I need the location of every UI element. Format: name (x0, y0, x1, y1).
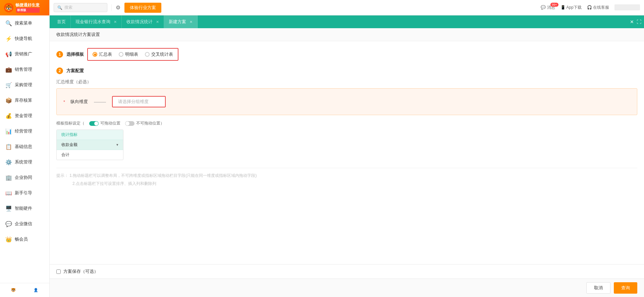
radio-summary[interactable]: 汇总表 (93, 51, 112, 57)
sidebar-item-label: 智能硬件 (15, 205, 32, 211)
sidebar-item-enterprise[interactable]: 🏢 企业协同 (0, 170, 49, 185)
radio-cross-circle (145, 52, 150, 57)
sidebar-item-label: 基础信息 (15, 144, 32, 150)
template-radio-group: 汇总表 明细表 交叉统计表 (87, 48, 178, 61)
tab-cash-bank-label: 现金银行流水查询 (75, 19, 110, 25)
sidebar-item-inventory[interactable]: 📦 库存核算 (0, 93, 49, 108)
movable-label: 可拖动位置 (100, 120, 120, 126)
metrics-sub-label: 合计 (61, 152, 69, 157)
sidebar-item-label: 快捷导航 (15, 36, 32, 42)
user-info[interactable] (614, 5, 640, 10)
dimension-config-label: 汇总维度（必选） (56, 79, 637, 85)
hint-line-1: 提示： 1.拖动标题栏可以调整布局，不可跨维度或指标区域拖动栏目字段(只能在同一… (56, 171, 637, 180)
guide-icon: 📖 (5, 190, 12, 196)
enterprise-icon: 🏢 (5, 175, 12, 181)
sidebar-item-basic-info[interactable]: 📋 基础信息 (0, 139, 49, 154)
sidebar-item-search[interactable]: 🔍 搜索菜单 (0, 15, 49, 31)
radio-cross[interactable]: 交叉统计表 (145, 51, 173, 57)
sidebar-item-sales[interactable]: 💼 销售管理 (0, 62, 49, 77)
tab-receipt-stats-close[interactable]: ✕ (156, 20, 159, 24)
dim-selector[interactable]: 请选择分组维度 (112, 96, 166, 107)
sidebar-item-label: 经营管理 (15, 128, 32, 134)
sidebar-item-management[interactable]: 📊 经营管理 (0, 123, 49, 139)
sales-icon: 💼 (5, 66, 12, 73)
message-badge: 99+ (550, 3, 558, 7)
cancel-button[interactable]: 取消 (586, 282, 610, 294)
topbar-search[interactable]: 🔍 搜索 (54, 3, 107, 12)
metrics-header: 模板指标设定（ 可拖动位置 不可拖动位置） (56, 120, 637, 126)
settings-icon[interactable]: ⚙ (116, 4, 120, 11)
sidebar-item-hardware[interactable]: 🖥️ 智能硬件 (0, 201, 49, 216)
sidebar-item-label: 营销推广 (15, 51, 32, 57)
tab-new-plan[interactable]: 新建方案 ✕ (164, 15, 198, 28)
sidebar-item-marketing[interactable]: 📢 营销推广 (0, 46, 49, 62)
user-name (614, 4, 640, 10)
chevron-down-icon: ▾ (116, 143, 118, 147)
metrics-setting-label: 模板指标设定（ (56, 120, 85, 126)
sidebar-item-purchase[interactable]: 🛒 采购管理 (0, 77, 49, 93)
step1-section: 1 选择模板 汇总表 明细表 (56, 48, 637, 61)
sidebar-item-quick[interactable]: ⚡ 快捷导航 (0, 31, 49, 46)
panel-title: 收款情况统计方案设置 (50, 28, 644, 41)
tab-new-plan-label: 新建方案 (169, 19, 186, 25)
sidebar-item-label: 企业协同 (15, 175, 32, 181)
divider (111, 4, 112, 11)
quick-nav-icon: ⚡ (5, 36, 12, 42)
member-icon: 👑 (5, 236, 12, 243)
sidebar-footer-right[interactable]: 👤 (25, 286, 47, 294)
sidebar-item-wechat[interactable]: 💬 企业微信 (0, 216, 49, 232)
sidebar-item-label: 采购管理 (15, 82, 32, 88)
radio-detail-label: 明细表 (125, 51, 138, 57)
tab-receipt-stats[interactable]: 收款情况统计 ✕ (122, 15, 164, 28)
footer-save-area: 方案保存（可选） (50, 264, 644, 279)
tab-new-plan-close[interactable]: ✕ (190, 20, 193, 24)
service-label: 在线客服 (593, 5, 609, 10)
management-icon: 📊 (5, 128, 12, 135)
step2-title: 方案配置 (66, 68, 84, 74)
sidebar-footer-left[interactable]: 🐯 (3, 286, 24, 294)
system-icon: ⚙️ (5, 159, 12, 165)
hardware-icon: 🖥️ (5, 205, 12, 212)
sidebar-item-label: 销售管理 (15, 66, 32, 72)
step2-header: 2 方案配置 (56, 67, 637, 74)
industry-btn[interactable]: 体验行业方案 (124, 3, 161, 13)
finance-icon: 💰 (5, 113, 12, 119)
tab-expand-icon[interactable]: ⛶ (637, 19, 641, 24)
movable-indicator-on (89, 121, 99, 126)
sidebar-item-guide[interactable]: 📖 新手引导 (0, 185, 49, 201)
step2-badge: 2 (56, 67, 63, 74)
step1-header: 1 选择模板 汇总表 明细表 (56, 48, 637, 61)
tab-close-all-icon[interactable]: ✕ (630, 19, 634, 24)
search-icon: 🔍 (57, 5, 62, 10)
metrics-item-row[interactable]: 收款金额 ▾ (57, 140, 123, 150)
movable-indicator-off (125, 121, 135, 126)
logo-text: 畅捷通好生意 (15, 3, 40, 7)
search-icon: 🔍 (5, 20, 12, 27)
app-download-btn[interactable]: 📱 App下载 (560, 5, 582, 10)
sidebar-footer: 🐯 👤 (0, 283, 49, 297)
immovable-label: 不可拖动位置） (136, 120, 164, 126)
edition-badge: 标准版 (16, 8, 40, 13)
tab-home[interactable]: 首页 (52, 15, 71, 28)
hint-line-2: 2.点击标题栏下拉可设置排序、插入列和删除列 (56, 180, 637, 188)
sidebar-item-label: 搜索菜单 (15, 20, 32, 26)
action-bar: 取消 查询 (50, 279, 644, 297)
dim-row: * 纵向维度 —— 请选择分组维度 (63, 96, 166, 107)
tab-cash-bank-close[interactable]: ✕ (114, 20, 117, 24)
radio-detail[interactable]: 明细表 (119, 51, 138, 57)
sidebar-item-system[interactable]: ⚙️ 系统管理 (0, 154, 49, 170)
tab-cash-bank[interactable]: 现金银行流水查询 ✕ (71, 15, 122, 28)
message-btn[interactable]: 💬 消息 99+ (541, 5, 555, 10)
service-btn[interactable]: 🎧 在线客服 (587, 5, 609, 10)
immovable-tag: 不可拖动位置） (125, 120, 164, 126)
tab-home-label: 首页 (57, 19, 66, 25)
sidebar-item-label: 畅会员 (15, 236, 28, 242)
query-button[interactable]: 查询 (614, 282, 637, 294)
inventory-icon: 📦 (5, 97, 12, 104)
save-plan-checkbox[interactable] (56, 269, 61, 274)
step1-title: 选择模板 (66, 51, 84, 57)
sidebar: 🐯 畅捷通好生意 标准版 🔍 搜索菜单 ⚡ 快捷导航 📢 营销推广 💼 销售管理… (0, 0, 50, 297)
sidebar-item-finance[interactable]: 💰 资金管理 (0, 108, 49, 123)
main: 🔍 搜索 ⚙ 体验行业方案 💬 消息 99+ 📱 App下载 🎧 在线客服 (50, 0, 644, 297)
sidebar-item-member[interactable]: 👑 畅会员 (0, 232, 49, 247)
